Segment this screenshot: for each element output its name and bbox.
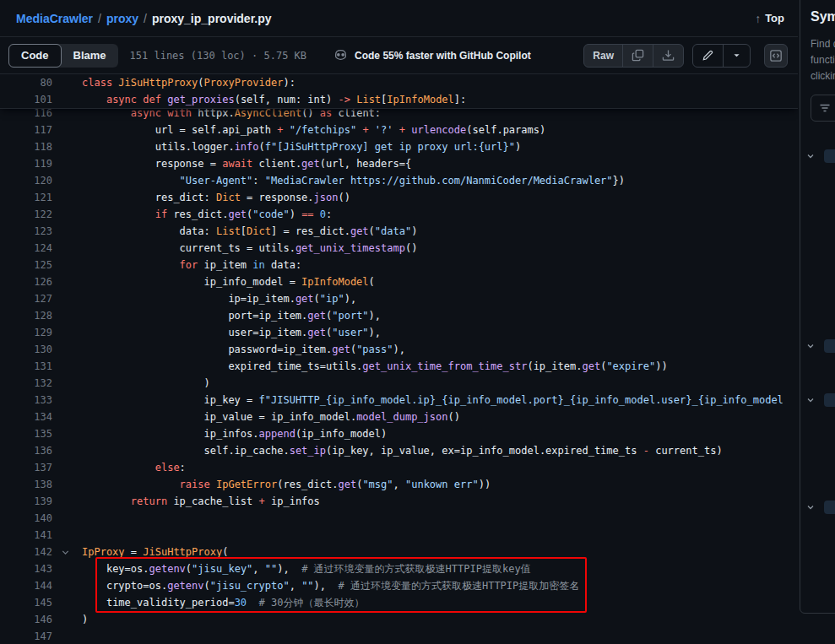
symbol-item[interactable] [800, 339, 835, 353]
line-number[interactable]: 137 [0, 459, 52, 476]
symbol-kind-badge [824, 149, 835, 163]
symbols-panel: Symbols Find definitions and references … [800, 0, 835, 614]
copilot-banner[interactable]: Code 55% faster with GitHub Copilot [333, 48, 531, 62]
collapse-toggle[interactable] [52, 544, 82, 560]
line-number[interactable]: 142 [0, 544, 52, 560]
chevron-down-icon[interactable] [800, 341, 821, 351]
code-line: 123 data: List[Dict] = res_dict.get("dat… [0, 223, 785, 240]
tab-blame[interactable]: Blame [62, 44, 118, 68]
gutter-space [52, 74, 82, 91]
line-number[interactable]: 120 [0, 172, 52, 189]
gutter-space [52, 510, 82, 527]
code-text: "User-Agent": "MediaCrawler https://gith… [82, 172, 625, 189]
symbols-panel-icon [769, 49, 783, 62]
code-text: user=ip_item.get("user"), [82, 324, 381, 341]
tab-code[interactable]: Code [8, 44, 62, 68]
symbol-kind-badge [824, 393, 835, 407]
line-number[interactable]: 128 [0, 307, 52, 324]
breadcrumb-separator: / [144, 12, 147, 25]
code-line: 137 else: [0, 459, 785, 476]
breadcrumb-repo-link[interactable]: MediaCrawler [16, 12, 93, 25]
symbol-item[interactable] [800, 125, 835, 138]
line-number[interactable]: 101 [0, 91, 52, 108]
chevron-down-icon[interactable] [800, 151, 821, 161]
code-lines: 116 async with httpx.AsyncClient() as cl… [0, 105, 785, 644]
gutter-space [52, 392, 82, 409]
line-number[interactable]: 129 [0, 324, 52, 341]
line-number[interactable]: 122 [0, 206, 52, 223]
symbol-item[interactable] [800, 578, 835, 592]
chevron-down-icon[interactable] [800, 395, 821, 405]
line-number[interactable]: 127 [0, 290, 52, 307]
code-line: 144 crypto=os.getenv("jisu_crypto", ""),… [0, 577, 785, 594]
edit-dropdown-button[interactable] [724, 45, 750, 67]
symbol-item[interactable] [800, 393, 835, 407]
copy-button[interactable] [623, 45, 653, 67]
code-text: ip_key = f"JISUHTTP_{ip_info_model.ip}_{… [82, 392, 783, 409]
line-number[interactable]: 131 [0, 358, 52, 375]
code-line: 120 "User-Agent": "MediaCrawler https://… [0, 172, 785, 189]
gutter-space [52, 476, 82, 493]
code-text: ip=ip_item.get("ip"), [82, 290, 356, 307]
symbol-item[interactable] [800, 149, 835, 163]
line-number[interactable]: 145 [0, 594, 52, 611]
code-text: current_ts = utils.get_unix_timestamp() [82, 240, 417, 257]
line-number[interactable]: 134 [0, 409, 52, 425]
gutter-space [52, 628, 82, 644]
edit-button[interactable] [693, 45, 724, 67]
line-number[interactable]: 138 [0, 476, 52, 493]
symbols-panel-toggle[interactable] [764, 44, 788, 68]
code-text: ip_infos.append(ip_info_model) [82, 425, 387, 442]
line-number[interactable]: 119 [0, 155, 52, 172]
symbol-item[interactable] [800, 501, 835, 514]
code-line: 126 ip_info_model = IpInfoModel( [0, 273, 785, 290]
collapse-chevron-icon[interactable] [60, 547, 71, 558]
line-number[interactable]: 132 [0, 375, 52, 392]
line-number[interactable]: 140 [0, 510, 52, 527]
line-number[interactable]: 125 [0, 257, 52, 273]
line-number[interactable]: 144 [0, 577, 52, 594]
breadcrumb-folder-link[interactable]: proxy [106, 12, 138, 25]
line-number[interactable]: 147 [0, 628, 52, 644]
line-number[interactable]: 118 [0, 138, 52, 155]
code-line: 121 res_dict: Dict = response.json() [0, 189, 785, 206]
line-number[interactable]: 117 [0, 122, 52, 138]
breadcrumb-row: MediaCrawler / proxy / proxy_ip_provider… [0, 0, 798, 37]
chevron-down-icon [732, 51, 741, 60]
line-number[interactable]: 123 [0, 223, 52, 240]
code-line: 119 response = await client.get(url, hea… [0, 155, 785, 172]
gutter-space [52, 409, 82, 425]
line-number[interactable]: 80 [0, 74, 52, 91]
code-line: 140 [0, 510, 785, 527]
gutter-space [52, 307, 82, 324]
code-text: async def get_proxies(self, num: int) ->… [82, 91, 466, 108]
code-line: 133 ip_key = f"JISUHTTP_{ip_info_model.i… [0, 392, 785, 409]
code-text: IpProxy = JiSuHttpProxy( [82, 544, 228, 560]
raw-button[interactable]: Raw [584, 45, 623, 67]
code-line: 122 if res_dict.get("code") == 0: [0, 206, 785, 223]
back-to-top-link[interactable]: ↑ Top [755, 12, 784, 25]
code-line: 141 [0, 527, 785, 544]
gutter-space [52, 594, 82, 611]
line-number[interactable]: 139 [0, 493, 52, 510]
line-number[interactable]: 141 [0, 527, 52, 544]
chevron-down-icon[interactable] [800, 502, 821, 512]
line-number[interactable]: 126 [0, 273, 52, 290]
line-number[interactable]: 133 [0, 392, 52, 409]
code-line: 146) [0, 611, 785, 628]
gutter-space [52, 189, 82, 206]
line-number[interactable]: 143 [0, 560, 52, 577]
download-button[interactable] [653, 45, 683, 67]
line-number[interactable]: 146 [0, 611, 52, 628]
gutter-space [52, 425, 82, 442]
breadcrumb: MediaCrawler / proxy / proxy_ip_provider… [16, 12, 272, 25]
line-number[interactable]: 136 [0, 442, 52, 459]
line-number[interactable]: 121 [0, 189, 52, 206]
line-number[interactable]: 135 [0, 425, 52, 442]
gutter-space [52, 611, 82, 628]
gutter-space [52, 223, 82, 240]
line-number[interactable]: 124 [0, 240, 52, 257]
breadcrumb-file-name: proxy_ip_provider.py [152, 12, 272, 25]
code-text: password=ip_item.get("pass"), [82, 341, 405, 358]
line-number[interactable]: 130 [0, 341, 52, 358]
